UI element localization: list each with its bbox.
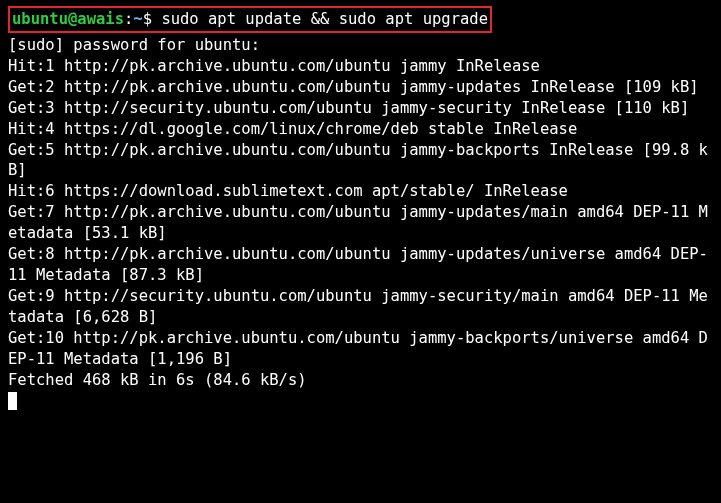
prompt-user: ubuntu (12, 10, 68, 28)
output-line: Hit:6 https://download.sublimetext.com a… (8, 181, 713, 202)
cursor-icon (8, 392, 17, 410)
prompt-host: awais (77, 10, 124, 28)
output-line: Get:10 http://pk.archive.ubuntu.com/ubun… (8, 328, 713, 370)
output-line: Get:3 http://security.ubuntu.com/ubuntu … (8, 98, 713, 119)
output-line: Fetched 468 kB in 6s (84.6 kB/s) (8, 370, 713, 391)
command-prompt-box: ubuntu@awais:~$ sudo apt update && sudo … (8, 6, 492, 33)
output-line: Get:9 http://security.ubuntu.com/ubuntu … (8, 286, 713, 328)
cursor-line[interactable] (8, 391, 713, 412)
output-line: Get:2 http://pk.archive.ubuntu.com/ubunt… (8, 77, 713, 98)
output-line: Get:8 http://pk.archive.ubuntu.com/ubunt… (8, 244, 713, 286)
command-input[interactable]: sudo apt update && sudo apt upgrade (161, 10, 488, 28)
output-line: Get:7 http://pk.archive.ubuntu.com/ubunt… (8, 202, 713, 244)
prompt-at: @ (68, 10, 77, 28)
prompt-colon: : (124, 10, 133, 28)
prompt-path: ~ (133, 10, 142, 28)
output-line: Hit:1 http://pk.archive.ubuntu.com/ubunt… (8, 56, 713, 77)
prompt-dollar: $ (143, 10, 162, 28)
output-line: Hit:4 https://dl.google.com/linux/chrome… (8, 119, 713, 140)
output-line: [sudo] password for ubuntu: (8, 35, 713, 56)
output-line: Get:5 http://pk.archive.ubuntu.com/ubunt… (8, 140, 713, 182)
